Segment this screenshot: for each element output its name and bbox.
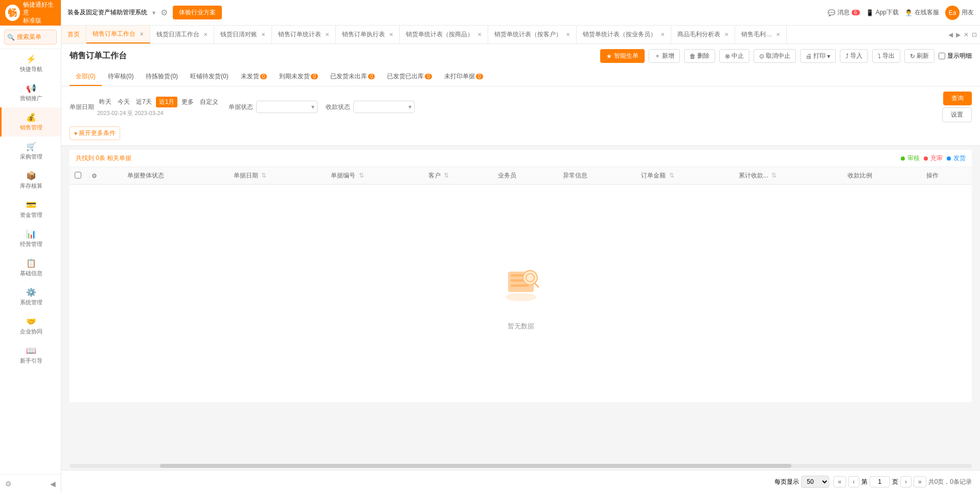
sidebar-item-sales[interactable]: 💰 销售管理 bbox=[0, 107, 61, 137]
tab-sales-order[interactable]: 销售订单工作台 ✕ bbox=[86, 26, 150, 43]
last-page-button[interactable]: » bbox=[914, 476, 926, 487]
sidebar-item-cooperation[interactable]: 🤝 企业协同 bbox=[0, 311, 61, 341]
col-customer[interactable]: 客户 ⇅ bbox=[423, 167, 493, 185]
tab-cash-reconcile-close[interactable]: ✕ bbox=[261, 32, 265, 37]
sidebar-item-beginner[interactable]: 📖 新手引导 bbox=[0, 341, 61, 370]
tab-sales-stats-close[interactable]: ✕ bbox=[325, 32, 329, 37]
collapse-icon[interactable]: ◀ bbox=[50, 480, 56, 488]
sidebar-item-operations[interactable]: 📊 经营管理 bbox=[0, 224, 61, 253]
online-service-button[interactable]: 👨‍💼 在线客服 bbox=[905, 8, 939, 17]
tab-sales-exec-close[interactable]: ✕ bbox=[389, 32, 393, 37]
next-page-button[interactable]: › bbox=[900, 476, 911, 487]
date-more[interactable]: 更多 bbox=[179, 97, 196, 107]
sidebar-item-purchase[interactable]: 🛒 采购管理 bbox=[0, 137, 61, 166]
tab-sales-order-close[interactable]: ✕ bbox=[140, 31, 144, 37]
scroll-thumb[interactable] bbox=[160, 464, 792, 468]
tab-sales-exec[interactable]: 销售订单执行表 ✕ bbox=[336, 26, 400, 43]
tab-cash-clearing[interactable]: 钱货日清工作台 ✕ bbox=[150, 26, 214, 43]
subtab-overdue[interactable]: 到期未发货0 bbox=[273, 68, 324, 86]
cancel-stop-button[interactable]: ⊙ 取消中止 bbox=[754, 49, 796, 63]
date-custom[interactable]: 自定义 bbox=[198, 97, 220, 107]
revoke-button[interactable]: 充审 bbox=[924, 154, 943, 163]
tab-home[interactable]: 首页 bbox=[61, 26, 86, 43]
payment-select-wrapper[interactable] bbox=[353, 101, 415, 113]
delete-button[interactable]: 🗑 删除 bbox=[684, 49, 715, 63]
select-all-checkbox[interactable] bbox=[75, 172, 81, 178]
first-page-button[interactable]: « bbox=[833, 476, 846, 487]
subtab-all[interactable]: 全部(0) bbox=[70, 68, 102, 86]
subtab-pending-review[interactable]: 待审核(0) bbox=[102, 68, 140, 86]
prev-page-button[interactable]: ‹ bbox=[848, 476, 859, 487]
tab-staff-stats-close[interactable]: ✕ bbox=[660, 32, 665, 37]
tab-sales-margin[interactable]: 销售毛利… ✕ bbox=[735, 26, 787, 43]
tab-scroll-right-icon[interactable]: ▶ bbox=[955, 30, 962, 39]
show-detail-input[interactable] bbox=[939, 53, 945, 59]
date-today[interactable]: 今天 bbox=[116, 97, 132, 107]
sidebar-item-inventory[interactable]: 📦 库存核算 bbox=[0, 166, 61, 195]
subtab-shipped-no-out[interactable]: 已发货未出库0 bbox=[324, 68, 381, 86]
expand-filter-button[interactable]: ▾ 展开更多条件 bbox=[70, 126, 120, 140]
col-amount[interactable]: 订单金额 ⇅ bbox=[636, 167, 734, 185]
ship-button[interactable]: 发货 bbox=[947, 154, 966, 163]
set-button[interactable]: 设置 bbox=[942, 107, 972, 122]
subtab-shipped-out[interactable]: 已发货已出库0 bbox=[381, 68, 438, 86]
subtab-pending-inspect[interactable]: 待拣验货(0) bbox=[140, 68, 184, 86]
refresh-button[interactable]: ↻ 刷新 bbox=[904, 49, 935, 63]
query-button[interactable]: 查询 bbox=[943, 92, 972, 105]
stop-button[interactable]: ⊗ 中止 bbox=[719, 49, 749, 63]
sidebar-search[interactable]: 🔍 搜索菜单 bbox=[0, 26, 61, 49]
tab-expand-icon[interactable]: ⊡ bbox=[971, 30, 978, 39]
date-yesterday[interactable]: 昨天 bbox=[97, 97, 113, 107]
status-select[interactable] bbox=[256, 101, 317, 113]
topbar-settings-icon[interactable]: ⚙ bbox=[161, 8, 168, 17]
tab-sales-stats[interactable]: 销售订单统计表 ✕ bbox=[272, 26, 336, 43]
sidebar-item-finance[interactable]: 💳 资金管理 bbox=[0, 195, 61, 224]
export-button[interactable]: ⤵ 导出 bbox=[872, 49, 900, 63]
per-page-select[interactable]: 50 100 200 bbox=[801, 476, 829, 488]
horizontal-scrollbar[interactable] bbox=[61, 462, 980, 470]
subtab-unprinted[interactable]: 未打印单据0 bbox=[438, 68, 489, 86]
col-date[interactable]: 单据日期 ⇅ bbox=[229, 167, 326, 185]
col-accumulated[interactable]: 累计收款... ⇅ bbox=[734, 167, 842, 185]
user-menu[interactable]: Ea 用友 bbox=[945, 6, 974, 20]
tab-scroll-left-icon[interactable]: ◀ bbox=[947, 30, 954, 39]
audit-button[interactable]: 审核 bbox=[901, 154, 920, 163]
col-number[interactable]: 单据编号 ⇅ bbox=[326, 167, 423, 185]
show-detail-checkbox[interactable]: 显示明细 bbox=[939, 52, 972, 60]
payment-select[interactable] bbox=[353, 101, 415, 113]
sidebar-item-basic-info[interactable]: 📋 基础信息 bbox=[0, 253, 61, 282]
col-settings-icon[interactable]: ⚙ bbox=[92, 172, 97, 180]
tab-sales-margin-close[interactable]: ✕ bbox=[776, 32, 780, 37]
tab-margin-analysis[interactable]: 商品毛利分析表 ✕ bbox=[671, 26, 735, 43]
sidebar-item-marketing[interactable]: 📢 营销推广 bbox=[0, 78, 61, 107]
smart-order-button[interactable]: ★ 智能生单 bbox=[600, 49, 645, 63]
tab-customer-stats[interactable]: 销货单统计表（按客户） ✕ bbox=[488, 26, 577, 43]
subtab-unshipped[interactable]: 未发货0 bbox=[235, 68, 274, 86]
tab-customer-stats-close[interactable]: ✕ bbox=[566, 32, 570, 37]
tab-staff-stats[interactable]: 销货单统计表（按业务员） ✕ bbox=[577, 26, 671, 43]
add-button[interactable]: ＋ 新增 bbox=[649, 49, 680, 63]
subtab-wangpu-ship[interactable]: 旺铺待发货(0) bbox=[184, 68, 235, 86]
date-7days[interactable]: 近7天 bbox=[134, 97, 154, 107]
status-select-wrapper[interactable] bbox=[256, 101, 317, 113]
tab-cash-clearing-close[interactable]: ✕ bbox=[203, 32, 208, 37]
date-1month[interactable]: 近1月 bbox=[156, 97, 178, 107]
app-download-button[interactable]: 📱 App下载 bbox=[866, 8, 899, 17]
tab-goods-stats[interactable]: 销货单统计表（按商品） ✕ bbox=[400, 26, 488, 43]
sidebar-item-system[interactable]: ⚙️ 系统管理 bbox=[0, 282, 61, 311]
search-label: 搜索菜单 bbox=[17, 33, 41, 41]
print-button[interactable]: 🖨 打印 ▾ bbox=[800, 49, 836, 63]
settings-gear-icon[interactable]: ⚙ bbox=[5, 480, 12, 488]
scroll-track[interactable] bbox=[70, 464, 972, 468]
tab-sales-order-label: 销售订单工作台 bbox=[93, 30, 135, 38]
page-input[interactable] bbox=[870, 476, 890, 487]
tab-goods-stats-close[interactable]: ✕ bbox=[477, 32, 482, 37]
trial-button[interactable]: 体验行业方案 bbox=[173, 6, 222, 19]
sidebar-item-quick-nav[interactable]: ⚡ 快捷导航 bbox=[0, 49, 61, 78]
import-button[interactable]: ⤴ 导入 bbox=[840, 49, 868, 63]
tab-close-all-icon[interactable]: ✕ bbox=[963, 30, 970, 39]
tab-margin-close[interactable]: ✕ bbox=[724, 32, 728, 37]
message-button[interactable]: 💬 消息 6 bbox=[828, 8, 860, 17]
tab-cash-reconcile[interactable]: 钱货日清对账 ✕ bbox=[214, 26, 272, 43]
search-menu-button[interactable]: 🔍 搜索菜单 bbox=[4, 30, 57, 44]
